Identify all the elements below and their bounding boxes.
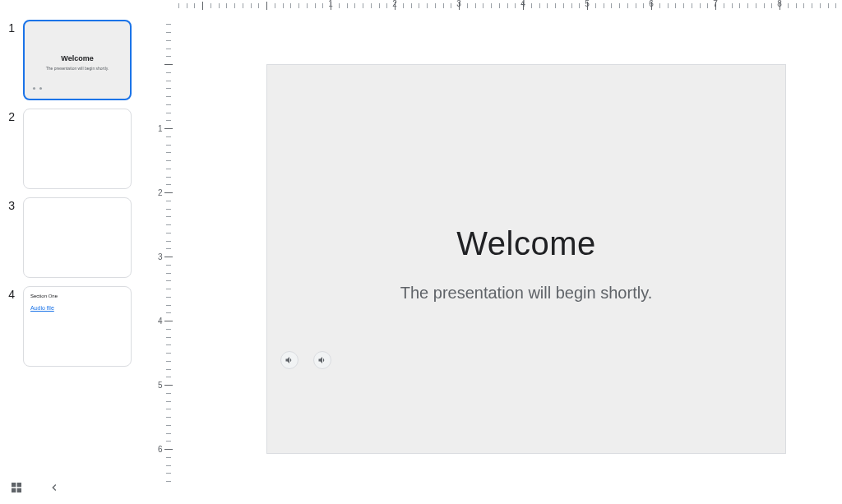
chevron-left-icon: [48, 481, 61, 494]
slide-number: 2: [0, 109, 23, 123]
volume-icon: [285, 355, 294, 365]
collapse-filmstrip-button[interactable]: [44, 478, 64, 497]
grid-view-icon: [10, 481, 23, 494]
slide-thumbnail-subtitle: The presentation will begin shortly.: [25, 66, 130, 71]
thumb-row: 3: [0, 197, 148, 278]
slide-thumbnail-2[interactable]: [23, 109, 132, 189]
slide-thumbnail-1[interactable]: Welcome The presentation will begin shor…: [23, 20, 132, 100]
slide-thumbnail-heading: Section One: [30, 294, 58, 298]
ruler-number: 1: [328, 0, 333, 8]
ruler-number: 6: [158, 445, 163, 454]
ruler-number: 3: [456, 0, 461, 8]
slide-thumbnail-3[interactable]: [23, 197, 132, 278]
canvas-area[interactable]: Welcome The presentation will begin shor…: [176, 16, 842, 488]
volume-icon: [317, 355, 327, 365]
ruler-number: 5: [585, 0, 590, 8]
thumb-row: 4 Section One Audio file: [0, 286, 148, 367]
audio-object-2[interactable]: [313, 351, 331, 369]
ruler-number: 1: [158, 124, 163, 133]
grid-view-button[interactable]: [7, 478, 26, 497]
slide-number: 4: [0, 286, 23, 301]
ruler-number: 5: [158, 381, 163, 390]
ruler-number: 6: [649, 0, 654, 8]
filmstrip: 1 Welcome The presentation will begin sh…: [0, 0, 148, 460]
app-root: 1 Welcome The presentation will begin sh…: [0, 0, 842, 504]
ruler-number: 4: [158, 317, 163, 326]
ruler-number: 2: [392, 0, 397, 8]
audio-dot: [39, 87, 42, 90]
bottom-toolbar: [7, 478, 64, 497]
ruler-number: 3: [158, 252, 163, 261]
audio-dot: [33, 87, 35, 90]
ruler-number: 4: [520, 0, 525, 8]
slide-thumbnail-4[interactable]: Section One Audio file: [23, 286, 132, 367]
slide-number: 3: [0, 197, 23, 212]
thumb-row: 2: [0, 109, 148, 189]
ruler-number: 7: [713, 0, 718, 8]
slide-thumbnail-link: Audio file: [30, 305, 54, 311]
horizontal-ruler: 12345678: [156, 0, 842, 16]
thumb-row: 1 Welcome The presentation will begin sh…: [0, 20, 148, 100]
slide-number: 1: [0, 20, 23, 35]
vertical-ruler: 123456: [156, 16, 176, 488]
ruler-number: 8: [777, 0, 782, 8]
audio-object-1[interactable]: [280, 351, 298, 369]
slide-title[interactable]: Welcome: [267, 225, 785, 262]
ruler-number: 2: [158, 188, 163, 197]
slide-thumbnail-title: Welcome: [25, 54, 130, 62]
slide-canvas[interactable]: Welcome The presentation will begin shor…: [266, 64, 786, 454]
slide-subtitle[interactable]: The presentation will begin shortly.: [267, 284, 785, 303]
